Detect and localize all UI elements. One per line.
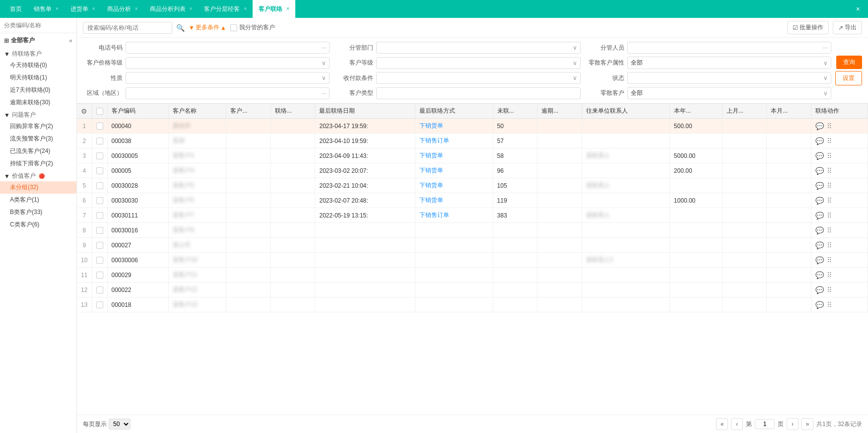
row-last-method[interactable]: 下销货单 bbox=[415, 148, 493, 163]
row-check[interactable] bbox=[96, 152, 103, 159]
batch-operation-btn[interactable]: ☑ 批量操作 bbox=[787, 21, 829, 34]
sidebar-item-churn-warn[interactable]: 流失预警客户(3) bbox=[0, 133, 76, 145]
all-customers-header[interactable]: ⊞ 全部客户 « bbox=[0, 33, 76, 48]
row-checkbox[interactable] bbox=[92, 268, 107, 283]
sidebar-item-declining[interactable]: 持续下滑客户(2) bbox=[0, 157, 76, 170]
contact-icon[interactable]: 💬 bbox=[815, 271, 824, 279]
row-checkbox[interactable] bbox=[92, 238, 107, 253]
close-tab-product-list[interactable]: × bbox=[190, 0, 193, 18]
contact-icon[interactable]: 💬 bbox=[815, 197, 824, 205]
sidebar-item-class-c[interactable]: C类客户(6) bbox=[0, 218, 76, 231]
row-checkbox[interactable] bbox=[92, 148, 107, 163]
row-last-method[interactable] bbox=[415, 253, 493, 268]
row-check[interactable] bbox=[96, 167, 103, 174]
col-settings[interactable]: ⚙ bbox=[77, 104, 92, 119]
select-all-checkbox[interactable] bbox=[96, 108, 103, 115]
row-checkbox[interactable] bbox=[92, 193, 107, 208]
more-icon[interactable]: ⠿ bbox=[827, 197, 832, 205]
row-checkbox[interactable] bbox=[92, 208, 107, 223]
contact-icon[interactable]: 💬 bbox=[815, 167, 824, 175]
per-page-select[interactable]: 50 bbox=[109, 419, 131, 430]
row-checkbox[interactable] bbox=[92, 283, 107, 297]
more-icon[interactable]: ⠿ bbox=[827, 212, 832, 219]
close-tab-customer-segment[interactable]: × bbox=[244, 0, 247, 18]
contact-icon[interactable]: 💬 bbox=[815, 122, 824, 130]
phone-input[interactable]: ··· bbox=[126, 42, 330, 54]
contact-icon[interactable]: 💬 bbox=[815, 152, 824, 160]
sidebar-item-overdue-pending[interactable]: 逾期未联络(30) bbox=[0, 96, 76, 109]
more-icon[interactable]: ⠿ bbox=[827, 271, 832, 279]
export-btn[interactable]: ↗ 导出 bbox=[833, 21, 862, 34]
row-last-method[interactable]: 下销货单 bbox=[415, 178, 493, 193]
last-page-btn[interactable]: » bbox=[801, 418, 813, 430]
close-app-btn[interactable]: × bbox=[852, 5, 864, 13]
retail-attr-input[interactable]: 全部∨ bbox=[627, 57, 831, 69]
row-last-method[interactable] bbox=[415, 268, 493, 283]
home-tab[interactable]: 首页 bbox=[4, 0, 28, 18]
price-level-input[interactable]: ∨ bbox=[126, 57, 330, 69]
sidebar-item-class-b[interactable]: B类客户(33) bbox=[0, 206, 76, 218]
row-last-method[interactable]: 下销货单 bbox=[415, 193, 493, 208]
payment-input[interactable]: ∨ bbox=[376, 72, 580, 84]
row-check[interactable] bbox=[96, 301, 103, 308]
row-checkbox[interactable] bbox=[92, 297, 107, 312]
reset-btn[interactable]: 设置 bbox=[835, 71, 862, 85]
next-page-btn[interactable]: › bbox=[787, 418, 799, 430]
row-check[interactable] bbox=[96, 257, 103, 264]
contact-icon[interactable]: 💬 bbox=[815, 212, 824, 219]
row-checkbox[interactable] bbox=[92, 253, 107, 268]
contact-icon[interactable]: 💬 bbox=[815, 301, 824, 309]
problem-group-label[interactable]: ▼ 问题客户 bbox=[0, 109, 76, 120]
tab-customer-contact[interactable]: 客户联络 × bbox=[253, 0, 295, 18]
row-last-method[interactable]: 下销售订单 bbox=[415, 134, 493, 148]
sidebar-item-churned[interactable]: 已流失客户(24) bbox=[0, 145, 76, 157]
first-page-btn[interactable]: « bbox=[716, 418, 728, 430]
row-check[interactable] bbox=[96, 287, 103, 293]
more-icon[interactable]: ⠿ bbox=[827, 137, 832, 145]
pending-group-label[interactable]: ▼ 待联络客户 bbox=[0, 48, 76, 59]
settings-icon[interactable]: ⚙ bbox=[81, 107, 87, 115]
sidebar-item-class-a[interactable]: A类客户(1) bbox=[0, 194, 76, 206]
row-checkbox[interactable] bbox=[92, 134, 107, 148]
query-btn[interactable]: 查询 bbox=[836, 56, 862, 69]
sidebar-search-input[interactable] bbox=[4, 22, 77, 29]
prev-page-btn[interactable]: ‹ bbox=[731, 418, 743, 430]
row-last-method[interactable] bbox=[415, 297, 493, 312]
row-check[interactable] bbox=[96, 227, 103, 234]
status-input[interactable]: ∨ bbox=[627, 72, 831, 84]
more-icon[interactable]: ⠿ bbox=[827, 301, 832, 309]
dept-input[interactable]: ∨ bbox=[376, 42, 580, 54]
row-last-method[interactable]: 下销货单 bbox=[415, 119, 493, 134]
row-check[interactable] bbox=[96, 242, 103, 249]
search-button[interactable]: 🔍 bbox=[176, 24, 185, 32]
row-check[interactable] bbox=[96, 123, 103, 130]
more-icon[interactable]: ⠿ bbox=[827, 286, 832, 294]
customer-level-input[interactable]: ∨ bbox=[376, 57, 580, 69]
region-input[interactable]: ··· bbox=[126, 87, 330, 99]
tab-product-analysis[interactable]: 商品分析 × bbox=[101, 0, 144, 18]
more-icon[interactable]: ⠿ bbox=[827, 256, 832, 264]
sidebar-item-7day-pending[interactable]: 近7天待联络(0) bbox=[0, 84, 76, 96]
my-customers-checkbox[interactable] bbox=[230, 24, 237, 31]
more-icon[interactable]: ⠿ bbox=[827, 182, 832, 190]
row-last-method[interactable] bbox=[415, 283, 493, 297]
sidebar-item-today-pending[interactable]: 今天待联络(0) bbox=[0, 59, 76, 72]
tab-sales-order[interactable]: 销售单 × bbox=[28, 0, 65, 18]
close-tab-product-analysis[interactable]: × bbox=[135, 0, 138, 18]
customer-type-input[interactable] bbox=[376, 87, 580, 99]
search-input[interactable] bbox=[83, 22, 172, 34]
close-tab-customer-contact[interactable]: × bbox=[286, 0, 289, 18]
more-icon[interactable]: ⠿ bbox=[827, 241, 832, 249]
row-last-method[interactable] bbox=[415, 238, 493, 253]
contact-icon[interactable]: 💬 bbox=[815, 182, 824, 190]
row-check[interactable] bbox=[96, 197, 103, 204]
sidebar-item-abnormal[interactable]: 回购异常客户(2) bbox=[0, 120, 76, 133]
retail-customer-input[interactable]: 全部∨ bbox=[627, 87, 831, 99]
more-icon[interactable]: ⠿ bbox=[827, 152, 832, 160]
nature-input[interactable]: ∨ bbox=[126, 72, 330, 84]
contact-icon[interactable]: 💬 bbox=[815, 137, 824, 145]
contact-icon[interactable]: 💬 bbox=[815, 286, 824, 294]
contact-icon[interactable]: 💬 bbox=[815, 226, 824, 234]
more-icon[interactable]: ⠿ bbox=[827, 122, 832, 130]
row-checkbox[interactable] bbox=[92, 178, 107, 193]
